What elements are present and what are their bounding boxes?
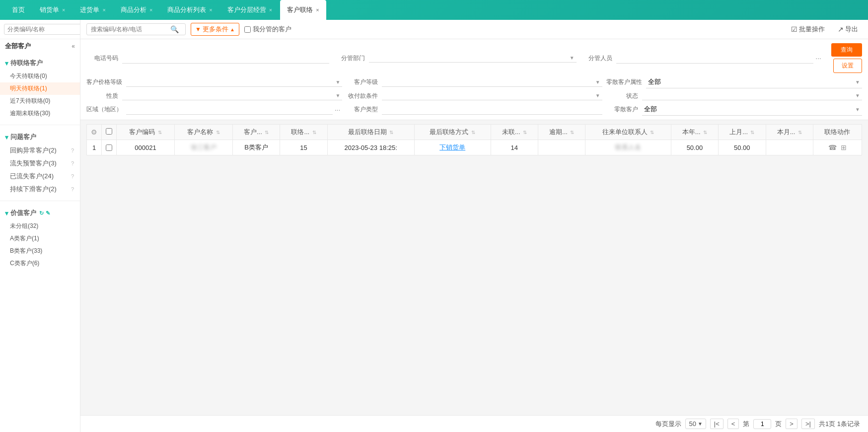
person-input[interactable] <box>616 53 814 64</box>
dept-select[interactable]: ▼ <box>369 54 576 63</box>
sidebar-item-type-a[interactable]: A类客户(1) <box>0 232 80 245</box>
sidebar-item-today[interactable]: 今天待联络(0) <box>0 70 80 82</box>
customer-type-input[interactable] <box>382 104 602 115</box>
top-nav: 首页 销货单 × 进货单 × 商品分析 × 商品分析列表 × 客户分层经营 × … <box>0 0 868 20</box>
payment-arrow-icon: ▼ <box>595 93 600 98</box>
th-last-method[interactable]: 最后联络方式 ⇅ <box>414 125 491 140</box>
nav-goods-analysis-list-label: 商品分析列表 <box>167 5 206 14</box>
nav-sales-close[interactable]: × <box>62 7 65 13</box>
th-customer-type[interactable]: 客户... ⇅ <box>232 125 280 140</box>
th-last-month[interactable]: 上月... ⇅ <box>719 125 766 140</box>
export-btn[interactable]: ↗ 导出 <box>834 23 862 35</box>
th-code[interactable]: 客户编码 ⇅ <box>117 125 175 140</box>
sidebar-search-input[interactable] <box>4 24 80 35</box>
sidebar-item-tomorrow[interactable]: 明天待联络(1) <box>0 82 80 95</box>
th-overdue[interactable]: 逾期... ⇅ <box>538 125 585 140</box>
page-label: 第 <box>743 420 749 429</box>
value-tier-select[interactable]: ▼ <box>126 78 342 87</box>
my-customers-check-input[interactable] <box>244 26 251 33</box>
customer-tier-select[interactable]: ▼ <box>382 78 602 87</box>
sort-name-icon: ⇅ <box>216 130 220 135</box>
my-customers-checkbox[interactable]: 我分管的客户 <box>244 25 291 34</box>
sidebar-search-area: 🔍 <box>0 20 80 39</box>
nav-home[interactable]: 首页 <box>5 0 32 20</box>
nav-customer-contact[interactable]: 客户联络 × <box>280 0 326 20</box>
filter-dept: 分管部门 ▼ <box>333 54 576 63</box>
th-settings[interactable]: ⚙ <box>87 125 102 140</box>
action-phone-icon[interactable]: ☎ <box>828 144 837 151</box>
nav-customer-contact-close[interactable]: × <box>316 7 319 13</box>
chevron-up-icon: ▲ <box>230 27 235 32</box>
filter-phone: 电话号码 <box>86 53 329 64</box>
query-btn[interactable]: 查询 <box>831 43 862 57</box>
phone-input[interactable] <box>122 53 329 64</box>
per-page-label: 每页显示 <box>655 420 681 429</box>
all-customers-header[interactable]: 全部客户 « <box>0 39 80 53</box>
th-contact-person[interactable]: 往来单位联系人 ⇅ <box>585 125 671 140</box>
retail-customer-select[interactable]: 全部 ▼ <box>642 103 862 116</box>
nav-sales[interactable]: 销货单 × <box>33 0 72 20</box>
retail-attr-select[interactable]: 全部 ▼ <box>646 76 862 88</box>
sidebar-item-declining[interactable]: 持续下滑客户(2) ? <box>0 183 80 196</box>
th-name[interactable]: 客户名称 ⇅ <box>174 125 232 140</box>
gender-select[interactable]: ▼ <box>122 91 342 100</box>
last-page-btn[interactable]: >| <box>801 419 815 429</box>
prev-page-btn[interactable]: < <box>727 419 739 429</box>
last-method-link[interactable]: 下销货单 <box>439 144 465 151</box>
search-icon[interactable]: 🔍 <box>170 25 179 33</box>
sidebar-item-churned[interactable]: 已流失客户(24) ? <box>0 170 80 183</box>
sidebar-item-churn-warn[interactable]: 流失预警客户(3) ? <box>0 157 80 170</box>
th-check[interactable] <box>102 125 117 140</box>
nav-goods-analysis-list[interactable]: 商品分析列表 × <box>160 0 219 20</box>
search-input[interactable] <box>91 26 170 33</box>
next-page-btn[interactable]: > <box>786 419 797 429</box>
sidebar-item-type-b[interactable]: B类客户(33) <box>0 245 80 257</box>
th-last-date[interactable]: 最后联络日期 ⇅ <box>327 125 414 140</box>
collapse-icon[interactable]: « <box>72 43 75 50</box>
batch-ops-icon: ☑ <box>791 25 797 33</box>
sidebar-item-type-c[interactable]: C类客户(6) <box>0 257 80 270</box>
nav-goods-analysis-list-close[interactable]: × <box>209 7 212 13</box>
gender-arrow-icon: ▼ <box>335 93 340 98</box>
sort-last-month-icon: ⇅ <box>750 130 754 135</box>
page-input[interactable] <box>753 419 771 429</box>
status-select[interactable]: ▼ <box>642 91 862 100</box>
action-grid-icon[interactable]: ⊞ <box>841 144 847 151</box>
th-this-year[interactable]: 本年... ⇅ <box>671 125 718 140</box>
td-this-month <box>766 140 813 155</box>
payment-select[interactable]: ▼ <box>382 91 602 100</box>
region-more-icon[interactable]: ··· <box>333 106 343 114</box>
more-conditions-btn[interactable]: ▼ 更多条件 ▲ <box>191 23 239 36</box>
th-this-month[interactable]: 本月... ⇅ <box>766 125 813 140</box>
th-contact-count[interactable]: 联络... ⇅ <box>280 125 327 140</box>
person-more-icon[interactable]: ··· <box>813 54 823 62</box>
sidebar-item-week[interactable]: 近7天待联络(0) <box>0 95 80 107</box>
first-page-btn[interactable]: |< <box>710 419 723 429</box>
nav-purchase[interactable]: 进货单 × <box>73 0 112 20</box>
table-header-row: ⚙ 客户编码 ⇅ 客户名称 ⇅ <box>87 125 862 140</box>
region-input[interactable] <box>126 104 333 115</box>
page-size-select[interactable]: 50 ▼ <box>685 419 706 429</box>
row-checkbox[interactable] <box>106 144 112 151</box>
sidebar-item-overdue[interactable]: 逾期未联络(30) <box>0 107 80 120</box>
nav-customer-tier-close[interactable]: × <box>269 7 272 13</box>
problem-section-header[interactable]: ▾ 问题客户 <box>0 130 80 144</box>
nav-goods-analysis-close[interactable]: × <box>149 7 152 13</box>
settings-icon[interactable]: ⚙ <box>91 128 97 136</box>
sidebar-item-ungrouped[interactable]: 未分组(32) <box>0 220 80 232</box>
set-btn[interactable]: 设置 <box>833 59 862 73</box>
value-section-header[interactable]: ▾ 价值客户 ↻ ✎ <box>0 206 80 220</box>
td-check[interactable] <box>102 140 117 155</box>
nav-goods-analysis[interactable]: 商品分析 × <box>114 0 159 20</box>
nav-customer-contact-label: 客户联络 <box>287 5 313 14</box>
batch-ops-btn[interactable]: ☑ 批量操作 <box>787 23 829 35</box>
th-uncontacted[interactable]: 未联... ⇅ <box>491 125 538 140</box>
nav-purchase-close[interactable]: × <box>102 7 105 13</box>
nav-customer-tier[interactable]: 客户分层经营 × <box>220 0 279 20</box>
pending-section-header[interactable]: ▾ 待联络客户 <box>0 56 80 70</box>
select-all-checkbox[interactable] <box>106 128 112 135</box>
content-area: 🔍 ▼ 更多条件 ▲ 我分管的客户 ☑ 批量操作 ↗ 导出 <box>80 20 868 432</box>
nav-customer-tier-label: 客户分层经营 <box>227 5 266 14</box>
sidebar-item-repurchase[interactable]: 回购异常客户(2) ? <box>0 144 80 157</box>
table-row: 1 000021 张三客户 <box>87 140 862 155</box>
